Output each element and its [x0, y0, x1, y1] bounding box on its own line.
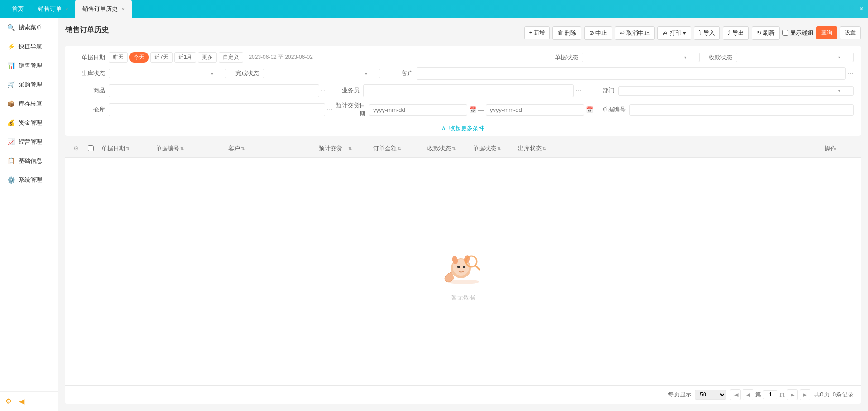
sidebar-item-basic[interactable]: 📋 基础信息 — [0, 151, 58, 170]
date-btn-yesterday[interactable]: 昨天 — [109, 52, 128, 63]
date-btn-today[interactable]: 今天 — [129, 52, 149, 63]
print-button[interactable]: 🖨 打印 ▾ — [657, 26, 691, 40]
sidebar-item-purchase[interactable]: 🛒 采购管理 — [0, 75, 58, 94]
complete-status-select[interactable]: ▾ — [263, 69, 380, 78]
expected-date-end-input[interactable] — [486, 104, 584, 116]
sidebar-settings-icon[interactable]: ⚙ — [5, 397, 12, 406]
th-doc-status[interactable]: 单据状态 ⇅ — [469, 145, 514, 153]
salesman-dots-button[interactable]: ··· — [575, 87, 581, 95]
th-customer[interactable]: 客户 ⇅ — [225, 145, 315, 153]
tab-sales-order[interactable]: 销售订单 × — [31, 0, 75, 18]
date-label: 单据日期 — [72, 53, 109, 62]
doc-no-input[interactable] — [629, 104, 854, 116]
page-title: 销售订单历史 — [65, 25, 109, 35]
settings-button[interactable]: 设置 — [840, 26, 861, 39]
per-page-label: 每页显示 — [668, 391, 691, 399]
dept-select[interactable]: ▾ — [618, 86, 854, 96]
svg-point-6 — [463, 266, 465, 268]
tab-bar: 首页 销售订单 × 销售订单历史 × — [5, 0, 859, 18]
show-columns-label: 显示碰组 — [790, 29, 814, 37]
stop-button[interactable]: ⊘ 中止 — [584, 26, 612, 40]
page-last-button[interactable]: ▶| — [800, 389, 810, 400]
cancel-stop-button[interactable]: ↩ 取消中止 — [615, 26, 655, 40]
page-label: 第 — [755, 391, 761, 399]
select-all-checkbox[interactable] — [88, 145, 94, 151]
table-settings-button[interactable]: ⚙ — [69, 140, 83, 158]
show-columns-checkbox[interactable]: 显示碰组 — [782, 29, 814, 37]
customer-input[interactable] — [417, 67, 846, 80]
payment-status-select[interactable]: ▾ — [736, 53, 854, 62]
purchase-icon: 🛒 — [7, 81, 15, 88]
th-out-status[interactable]: 出库状态 ⇅ — [514, 145, 560, 153]
stop-icon: ⊘ — [589, 29, 594, 36]
sidebar-item-operation[interactable]: 📈 经营管理 — [0, 132, 58, 151]
sidebar: 🔍 搜索菜单 ⚡ 快捷导航 📊 销售管理 🛒 采购管理 📦 库存核算 💰 资金管… — [0, 18, 58, 411]
table-footer: 每页显示 50 10 20 100 |◀ ◀ 第 页 ▶ ▶| 共0页, 0条记… — [65, 385, 861, 404]
sidebar-item-inventory[interactable]: 📦 库存核算 — [0, 94, 58, 113]
th-date[interactable]: 单据日期 ⇅ — [98, 145, 152, 153]
collapse-more-button[interactable]: ∧ 收起更多条件 — [72, 122, 854, 134]
warehouse-input[interactable] — [109, 103, 325, 116]
page-number-input[interactable] — [763, 390, 777, 399]
complete-status-label: 完成状态 — [226, 69, 263, 77]
salesman-control: ··· — [363, 84, 581, 97]
out-status-label: 出库状态 — [72, 69, 109, 77]
per-page-select[interactable]: 50 10 20 100 — [695, 390, 726, 400]
page-prev-button[interactable]: ◀ — [743, 389, 753, 400]
out-status-select[interactable]: ▾ — [109, 69, 226, 78]
tab-sales-history-close[interactable]: × — [121, 6, 124, 12]
date-btn-more[interactable]: 更多 — [198, 52, 217, 63]
doc-status-select[interactable]: ▾ — [582, 53, 700, 62]
th-num[interactable]: 单据编号 ⇅ — [152, 145, 225, 153]
sidebar-bottom: ⚙ ◀ — [0, 391, 58, 411]
th-delivery[interactable]: 预计交货... ⇅ — [315, 145, 369, 153]
sidebar-item-quick-nav[interactable]: ⚡ 快捷导航 — [0, 37, 58, 56]
table-header: ⚙ 单据日期 ⇅ 单据编号 ⇅ 客户 ⇅ 预计交货... — [65, 140, 861, 158]
import-button[interactable]: ⤵ 导入 — [694, 26, 720, 40]
th-doc-status-sort-icon: ⇅ — [497, 146, 501, 151]
date-btn-1month[interactable]: 近1月 — [174, 52, 197, 63]
basic-icon: 📋 — [7, 157, 15, 164]
dept-label: 部门 — [582, 87, 618, 95]
delete-button[interactable]: 🗑 删除 — [552, 26, 581, 40]
sidebar-item-system[interactable]: ⚙️ 系统管理 — [0, 170, 58, 189]
tab-sales-history[interactable]: 销售订单历史 × — [75, 0, 131, 18]
date-end-icon: 📅 — [586, 106, 593, 113]
goods-dots-button[interactable]: ··· — [321, 87, 327, 95]
query-button[interactable]: 查询 — [816, 26, 837, 39]
export-button[interactable]: ⤴ 导出 — [723, 26, 749, 40]
tab-sales-order-label: 销售订单 — [38, 5, 62, 13]
tab-sales-order-close[interactable]: × — [65, 6, 68, 12]
filter-row-3: 商品 ··· 业务员 ··· 部门 ▾ — [72, 84, 854, 97]
window-close-button[interactable]: × — [859, 5, 863, 13]
goods-input[interactable] — [109, 84, 319, 97]
page-first-button[interactable]: |◀ — [730, 389, 741, 400]
page-next-button[interactable]: ▶ — [787, 389, 798, 400]
refresh-label: 刷新 — [763, 29, 775, 37]
filter-panel: 单据日期 昨天 今天 近7天 近1月 更多 自定义 2023-06-02 至 2… — [65, 46, 861, 136]
operation-icon: 📈 — [7, 138, 15, 145]
sidebar-item-finance[interactable]: 💰 资金管理 — [0, 113, 58, 132]
filter-row-1: 单据日期 昨天 今天 近7天 近1月 更多 自定义 2023-06-02 至 2… — [72, 52, 854, 63]
show-columns-input[interactable] — [782, 30, 788, 36]
customer-dots-button[interactable]: ··· — [848, 69, 854, 77]
delete-icon: 🗑 — [557, 29, 563, 36]
date-btn-custom[interactable]: 自定义 — [219, 52, 243, 63]
sidebar-item-sales[interactable]: 📊 销售管理 — [0, 56, 58, 75]
th-payment[interactable]: 收款状态 ⇅ — [424, 145, 469, 153]
table-select-all[interactable] — [83, 140, 98, 158]
th-action-label: 操作 — [825, 145, 836, 153]
expected-date-start-input[interactable] — [369, 104, 467, 116]
new-button[interactable]: + 新增 — [524, 26, 550, 39]
warehouse-dots-button[interactable]: ··· — [327, 106, 333, 114]
salesman-input[interactable] — [363, 84, 574, 97]
sidebar-item-sales-label: 销售管理 — [19, 62, 42, 70]
date-btn-7days[interactable]: 近7天 — [150, 52, 173, 63]
th-doc-status-label: 单据状态 — [473, 145, 496, 153]
sidebar-item-search[interactable]: 🔍 搜索菜单 — [0, 18, 58, 37]
sidebar-item-system-label: 系统管理 — [19, 176, 42, 184]
sidebar-collapse-icon[interactable]: ◀ — [19, 397, 24, 406]
th-amount[interactable]: 订单金额 ⇅ — [369, 145, 424, 153]
tab-home[interactable]: 首页 — [5, 0, 31, 18]
refresh-button[interactable]: ↻ 刷新 — [752, 26, 780, 40]
